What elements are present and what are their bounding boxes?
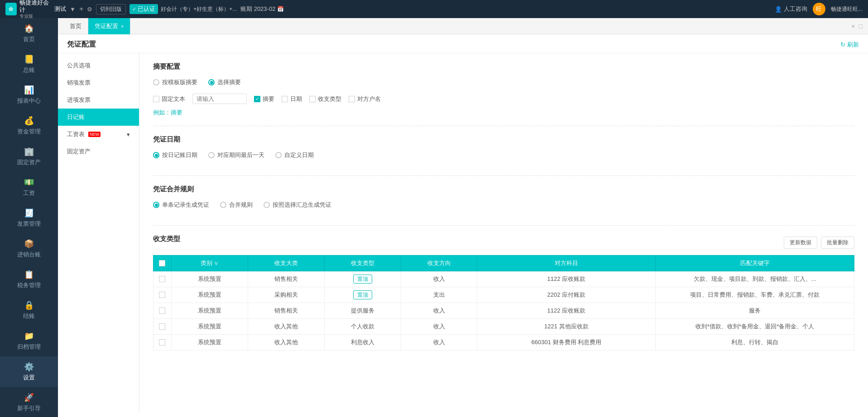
radio-template[interactable]: 按模板版摘要	[153, 78, 197, 86]
sidebar-item-close[interactable]: 🔒 结账	[0, 295, 58, 326]
nav-item-payroll-table[interactable]: 工资表 NEW ▾	[58, 126, 139, 143]
purchase-icon: 📦	[24, 239, 34, 249]
td-checkbox	[153, 271, 172, 287]
header-dropdown-icon[interactable]: ▼	[70, 6, 76, 13]
nav-label-public: 公共选项	[67, 62, 91, 70]
row-checkbox[interactable]	[159, 308, 165, 314]
fixed-text-label: 固定文本	[162, 95, 185, 103]
table-row: 系统预置 收入其他 利息收入 收入 660301 财务费用 利息费用 利息、行转…	[153, 335, 854, 351]
sidebar-item-ledger[interactable]: 📒 总账	[0, 49, 58, 80]
nav-item-fixed-assets[interactable]: 固定资产	[58, 143, 139, 160]
logo-icon: 会	[5, 3, 17, 15]
type-tag-button[interactable]: 置顶	[353, 290, 372, 299]
checkbox-date[interactable]: 日期	[282, 95, 302, 103]
td-type: 个人收款	[324, 319, 401, 335]
table-row: 系统预置 收入其他 个人收款 收入 1221 其他应收款 收到*借款、收到*备用…	[153, 319, 854, 335]
th-subject: 对方科目	[477, 256, 656, 271]
close-account-icon: 🔒	[24, 300, 34, 310]
checkbox-label-date: 日期	[290, 95, 302, 103]
tab-expand-icon[interactable]: □	[859, 23, 863, 30]
nav-item-sales-invoice[interactable]: 销项发票	[58, 74, 139, 91]
checkbox-summary[interactable]: ✓ 摘要	[254, 95, 274, 103]
switch-version-button[interactable]: 切到旧版	[96, 4, 126, 14]
radio-single[interactable]: 单条记录生成凭证	[153, 201, 209, 209]
checkbox-label-type: 收支类型	[318, 95, 341, 103]
sidebar-item-assets[interactable]: 🏢 固定资产	[0, 141, 58, 172]
example-text: 例如：摘要	[153, 109, 854, 117]
header-add-icon[interactable]: +	[79, 5, 83, 13]
sidebar-label-funds: 资金管理	[17, 128, 41, 136]
sidebar-item-settings[interactable]: ⚙️ 设置	[0, 356, 58, 387]
checkbox-row: 固定文本 ✓ 摘要 日期	[153, 94, 854, 104]
checkbox-counterpart[interactable]: 对方户名	[349, 95, 381, 103]
checkbox-type[interactable]: 收支类型	[309, 95, 341, 103]
radio-last-day[interactable]: 对应期间最后一天	[208, 151, 264, 159]
nav-expand-icon[interactable]: ▾	[127, 131, 130, 138]
radio-circle-custom	[275, 152, 282, 158]
voucher-date-title: 凭证日期	[153, 135, 854, 144]
radio-label-template: 按模板版摘要	[162, 78, 197, 86]
td-direction: 收入	[401, 303, 477, 319]
fixed-text-input[interactable]	[192, 94, 247, 104]
nav-item-journal[interactable]: 日记账	[58, 109, 139, 126]
funds-icon: 💰	[24, 116, 34, 126]
sidebar-item-tax[interactable]: 📋 税务管理	[0, 264, 58, 295]
update-data-button[interactable]: 更新数据	[784, 237, 817, 249]
td-category: 系统预置	[172, 271, 248, 287]
nav-item-purchase-invoice[interactable]: 进项发票	[58, 91, 139, 109]
summary-config-section: 摘要配置 按模板版摘要 选择摘要	[153, 53, 854, 126]
type-tag-button[interactable]: 置顶	[353, 275, 372, 284]
sidebar-item-funds[interactable]: 💰 资金管理	[0, 110, 58, 141]
checkbox-fixed-text[interactable]: 固定文本	[153, 95, 185, 103]
header-settings-icon[interactable]: ⚙	[87, 6, 92, 13]
radio-custom-date[interactable]: 自定义日期	[275, 151, 314, 159]
sidebar-item-archive[interactable]: 📁 归档管理	[0, 326, 58, 356]
radio-circle-select	[208, 79, 215, 85]
table-action-btns: 更新数据 批量删除	[784, 237, 854, 249]
certified-badge: ✓ 已认证	[129, 4, 158, 14]
tab-close-icon[interactable]: ×	[121, 24, 124, 29]
td-major: 收入其他	[248, 335, 324, 351]
td-keywords: 项目、日常费用、报销款、车费、承兑汇票、付款	[656, 287, 854, 303]
page-title: 凭证配置	[67, 40, 96, 49]
sidebar-item-payroll[interactable]: 💵 工资	[0, 172, 58, 203]
tab-voucher-config[interactable]: 凭证配置 ×	[88, 18, 130, 34]
td-type: 提供服务	[324, 303, 401, 319]
tab-close-all-icon[interactable]: ×	[851, 23, 855, 30]
td-type: 利息收入	[324, 335, 401, 351]
th-type: 收支类型	[324, 256, 401, 271]
radio-selected-total[interactable]: 按照选择汇总生成凭证	[264, 201, 331, 209]
radio-journal-date[interactable]: 按日记账日期	[153, 151, 197, 159]
radio-select[interactable]: 选择摘要	[208, 78, 241, 86]
radio-circle-selected-total	[264, 202, 270, 208]
td-direction: 收入	[401, 319, 477, 335]
sidebar: 🏠 首页 📒 总账 📊 报表中心 💰 资金管理 🏢 固定资产 💵 工资 🧾 发票…	[0, 18, 58, 417]
archive-icon: 📁	[24, 331, 34, 341]
td-checkbox	[153, 335, 172, 351]
radio-merge[interactable]: 合并规则	[220, 201, 253, 209]
sidebar-label-purchase: 进销台账	[17, 251, 41, 259]
radio-label-last-day: 对应期间最后一天	[217, 151, 264, 159]
row-checkbox[interactable]	[159, 292, 165, 298]
sidebar-item-guide[interactable]: 🚀 新手引导	[0, 387, 58, 417]
refresh-button[interactable]: ↻ 刷新	[840, 41, 859, 49]
row-checkbox[interactable]	[159, 339, 165, 346]
row-checkbox[interactable]	[159, 323, 165, 330]
radio-circle-last-day	[208, 152, 215, 158]
tab-home[interactable]: 首页	[63, 18, 88, 34]
sidebar-item-reports[interactable]: 📊 报表中心	[0, 80, 58, 110]
batch-delete-button[interactable]: 批量删除	[821, 237, 854, 249]
header-tab-name: 测试	[54, 5, 66, 13]
row-checkbox[interactable]	[159, 276, 165, 282]
guide-icon: 🚀	[24, 393, 34, 403]
sidebar-item-invoice-mgmt[interactable]: 🧾 发票管理	[0, 203, 58, 233]
consult-button[interactable]: 👤 人工咨询	[775, 5, 807, 13]
td-subject: 1122 应收账款	[477, 303, 656, 319]
header-checkbox[interactable]	[159, 260, 165, 266]
sidebar-item-purchase[interactable]: 📦 进销台账	[0, 233, 58, 264]
settings-icon: ⚙️	[24, 362, 34, 372]
nav-item-public[interactable]: 公共选项	[58, 57, 139, 74]
sidebar-item-home[interactable]: 🏠 首页	[0, 18, 58, 49]
td-checkbox	[153, 303, 172, 319]
td-direction: 支出	[401, 287, 477, 303]
